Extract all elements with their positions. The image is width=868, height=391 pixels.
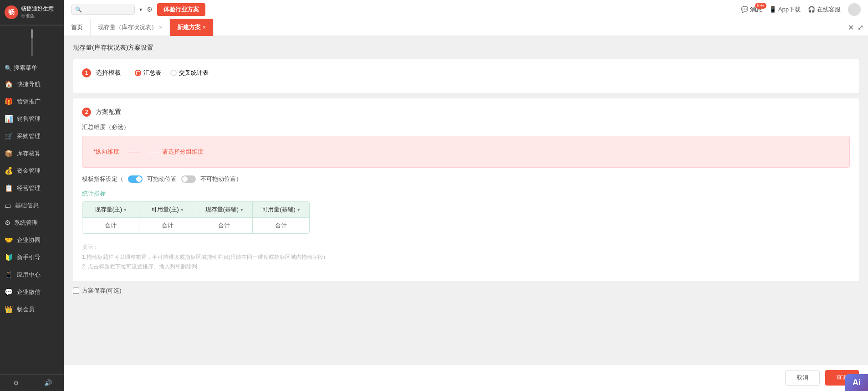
vertical-dimension-area[interactable]: *纵向维度 —— —— 请选择分组维度 bbox=[82, 136, 850, 168]
phone-icon: 📱 bbox=[769, 6, 776, 13]
topbar-search[interactable]: 🔍 bbox=[71, 5, 135, 15]
step1-num: 1 bbox=[82, 68, 91, 77]
sales-icon: 📊 bbox=[5, 115, 13, 123]
sidebar-item-wechat[interactable]: 💬 企业微信 bbox=[0, 283, 64, 301]
sidebar-item-purchase[interactable]: 🛒 采购管理 bbox=[0, 128, 64, 145]
message-icon: 💬 bbox=[741, 6, 748, 13]
vertical-dimension-hint: —— 请选择分组维度 bbox=[148, 148, 204, 156]
search-icon: 🔍 bbox=[5, 65, 12, 72]
logo-text: 畅捷通好生意 标准版 bbox=[21, 5, 54, 19]
logo-icon: 畅 bbox=[5, 5, 18, 19]
topbar-online-service[interactable]: 🎧 在线客服 bbox=[808, 5, 841, 14]
sidebar-item-newbie[interactable]: 🔰 新手引导 bbox=[0, 249, 64, 266]
stats-table: 现存量(主) ▾ 可用量(主) ▾ 现存量(基辅) ▾ 可用量(基辅) ▾ bbox=[82, 201, 310, 234]
sidebar-item-inventory[interactable]: 📦 库存核算 bbox=[0, 145, 64, 162]
system-icon: ⚙ bbox=[5, 219, 10, 227]
sidebar-logo: 畅 畅捷通好生意 标准版 bbox=[0, 0, 64, 25]
template-radio-group: 汇总表 交叉统计表 bbox=[135, 69, 209, 77]
audio-bottom-btn[interactable]: 🔊 bbox=[32, 375, 64, 391]
topbar-dropdown[interactable]: ▾ bbox=[139, 6, 142, 13]
topbar-app-download[interactable]: 📱 App下载 bbox=[769, 5, 801, 14]
sidebar-item-collaboration[interactable]: 🤝 企业协同 bbox=[0, 232, 64, 249]
footer-buttons: 取消 查询 bbox=[64, 364, 868, 391]
trial-industry-btn[interactable]: 体验行业方案 bbox=[157, 3, 205, 16]
sidebar-scroll-up bbox=[0, 25, 64, 60]
topbar: 🔍 ▾ ⚙ 体验行业方案 💬 消息 99+ 📱 App下载 🎧 在线客服 bbox=[64, 0, 868, 19]
cell-0: 合计 bbox=[82, 218, 139, 233]
tab-new-plan-close[interactable]: × bbox=[203, 24, 206, 31]
cancel-button[interactable]: 取消 bbox=[785, 370, 820, 386]
step1-header: 1 选择模板 汇总表 交叉统计表 bbox=[82, 68, 850, 77]
basic-info-icon: 🗂 bbox=[5, 202, 11, 210]
wechat-icon: 💬 bbox=[5, 288, 13, 296]
tab-home[interactable]: 首页 bbox=[64, 19, 91, 36]
purchase-icon: 🛒 bbox=[5, 132, 13, 140]
sidebar-item-basic-info[interactable]: 🗂 基础信息 bbox=[0, 197, 64, 214]
indicator-settings-row: 模板指标设定（ 可拖动位置 不可拖动位置） bbox=[82, 175, 850, 183]
sidebar-search[interactable]: 🔍 搜索菜单 bbox=[0, 60, 64, 76]
topbar-search-icon: 🔍 bbox=[75, 6, 82, 13]
col-dropdown-3[interactable]: ▾ bbox=[297, 207, 300, 213]
radio-cross[interactable]: 交叉统计表 bbox=[170, 69, 209, 77]
col-current-stock-main[interactable]: 现存量(主) ▾ bbox=[82, 202, 139, 217]
col-available-aux[interactable]: 可用量(基辅) ▾ bbox=[253, 202, 309, 217]
app-center-icon: 📱 bbox=[5, 271, 13, 279]
radio-dot-cross bbox=[170, 70, 177, 76]
step2-num: 2 bbox=[82, 108, 91, 117]
nav-icon: 🏠 bbox=[5, 80, 13, 88]
stats-table-body: 合计 合计 合计 合计 bbox=[82, 217, 309, 233]
not-draggable-toggle[interactable] bbox=[181, 175, 196, 183]
plan-config-card: 2 方案配置 汇总维度（必选） *纵向维度 —— —— 请选择分组维度 模板指标… bbox=[73, 98, 859, 281]
topbar-message[interactable]: 💬 消息 99+ bbox=[741, 5, 762, 14]
radio-summary[interactable]: 汇总表 bbox=[135, 69, 161, 77]
sidebar-bottom: ⚙ 🔊 bbox=[0, 374, 64, 391]
sidebar-item-nav[interactable]: 🏠 快捷导航 bbox=[0, 76, 64, 93]
cell-2: 合计 bbox=[196, 218, 253, 233]
window-expand-btn[interactable]: ⤢ bbox=[858, 23, 863, 32]
collaboration-icon: 🤝 bbox=[5, 236, 13, 244]
col-dropdown-0[interactable]: ▾ bbox=[124, 207, 127, 213]
main-area: 🔍 ▾ ⚙ 体验行业方案 💬 消息 99+ 📱 App下载 🎧 在线客服 bbox=[64, 0, 868, 391]
sidebar-item-system[interactable]: ⚙ 系统管理 bbox=[0, 214, 64, 232]
step1-title: 选择模板 bbox=[96, 69, 121, 77]
sidebar-item-operations[interactable]: 📋 经营管理 bbox=[0, 180, 64, 197]
user-avatar[interactable] bbox=[848, 3, 861, 16]
col-current-stock-aux[interactable]: 现存量(基辅) ▾ bbox=[196, 202, 253, 217]
stats-table-header: 现存量(主) ▾ 可用量(主) ▾ 现存量(基辅) ▾ 可用量(基辅) ▾ bbox=[82, 202, 309, 217]
tab-inventory-close[interactable]: × bbox=[159, 24, 162, 31]
sidebar-item-member[interactable]: 👑 畅会员 bbox=[0, 301, 64, 318]
vertical-dimension-label: *纵向维度 bbox=[93, 148, 119, 156]
marketing-icon: 🎁 bbox=[5, 98, 13, 106]
step2-title: 方案配置 bbox=[96, 108, 121, 116]
col-dropdown-1[interactable]: ▾ bbox=[181, 207, 184, 213]
operations-icon: 📋 bbox=[5, 184, 13, 192]
sidebar-item-app-center[interactable]: 📱 应用中心 bbox=[0, 266, 64, 283]
summary-dimension-label: 汇总维度（必选） bbox=[82, 123, 850, 131]
window-close-btn[interactable]: ✕ bbox=[848, 23, 854, 32]
topbar-gear-btn[interactable]: ⚙ bbox=[147, 5, 153, 14]
newbie-icon: 🔰 bbox=[5, 253, 13, 262]
sidebar: 畅 畅捷通好生意 标准版 🔍 搜索菜单 🏠 快捷导航 🎁 营销推广 📊 销售管理… bbox=[0, 0, 64, 391]
col-available-main[interactable]: 可用量(主) ▾ bbox=[139, 202, 196, 217]
page-title: 现存量(库存状况表)方案设置 bbox=[73, 44, 859, 52]
member-icon: 👑 bbox=[5, 305, 13, 314]
ai-button[interactable]: Ai bbox=[845, 374, 868, 391]
stats-section-label: 统计指标 bbox=[82, 190, 850, 198]
save-option-row: 方案保存(可选) bbox=[73, 287, 859, 295]
content-area: 现存量(库存状况表)方案设置 1 选择模板 汇总表 交叉统计表 bbox=[64, 36, 868, 364]
sidebar-item-finance[interactable]: 💰 资金管理 bbox=[0, 162, 64, 180]
cell-1: 合计 bbox=[139, 218, 196, 233]
tab-new-plan[interactable]: 新建方案 × bbox=[170, 19, 214, 36]
tabs-actions: ✕ ⤢ bbox=[848, 23, 868, 32]
headphone-icon: 🎧 bbox=[808, 6, 815, 13]
settings-bottom-btn[interactable]: ⚙ bbox=[0, 375, 32, 391]
sidebar-item-sales[interactable]: 📊 销售管理 bbox=[0, 110, 64, 128]
save-checkbox[interactable] bbox=[73, 288, 79, 294]
sidebar-item-marketing[interactable]: 🎁 营销推广 bbox=[0, 93, 64, 110]
tips-section: 提示： 1.拖动标题栏可以调整布局，不可跨维度或指标区域拖动栏目(只能在同一维度… bbox=[82, 242, 850, 272]
radio-dot-summary bbox=[135, 70, 141, 76]
step2-header: 2 方案配置 bbox=[82, 108, 850, 117]
col-dropdown-2[interactable]: ▾ bbox=[240, 207, 243, 213]
draggable-toggle[interactable] bbox=[128, 175, 143, 183]
tab-inventory-status[interactable]: 现存量（库存状况表） × bbox=[91, 19, 170, 36]
